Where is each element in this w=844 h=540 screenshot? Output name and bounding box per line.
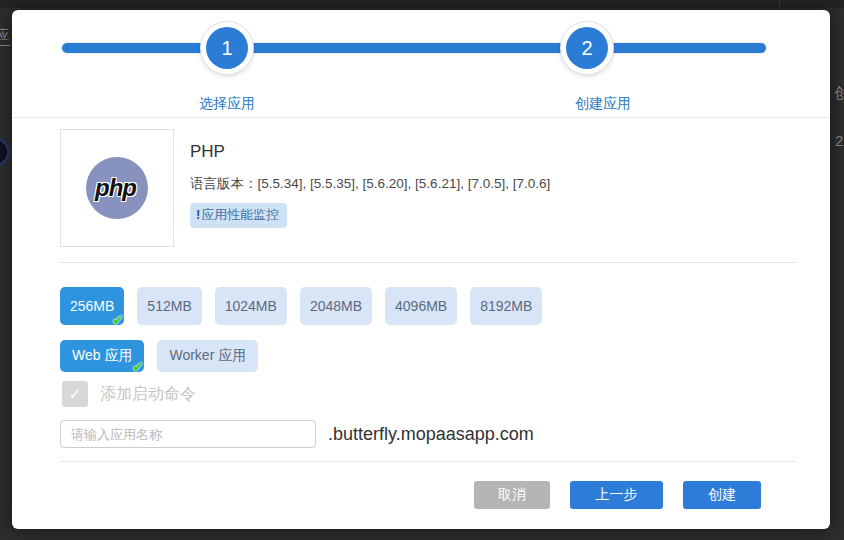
app-type-option-label: Worker 应用 [169, 347, 246, 363]
create-button[interactable]: 创建 [683, 481, 761, 509]
memory-option-button[interactable]: 512MB ✔ [137, 287, 201, 325]
app-versions-list: [5.5.34], [5.5.35], [5.6.20], [5.6.21], … [258, 176, 551, 191]
previous-step-button[interactable]: 上一步 [570, 481, 663, 509]
startup-command-checkbox[interactable]: ✓ [62, 381, 88, 407]
memory-option-button[interactable]: 256MB ✔ [60, 287, 124, 325]
app-name-input[interactable] [60, 420, 316, 448]
memory-option-button[interactable]: 1024MB ✔ [215, 287, 287, 325]
exclamation-icon: ! [196, 207, 200, 222]
step-1-label: 选择应用 [199, 95, 255, 113]
step-2-circle[interactable]: 2 [560, 21, 614, 75]
backdrop-left-text-fragment: 应 [0, 26, 10, 46]
memory-option-label: 512MB [147, 298, 191, 314]
backdrop-logo-fragment [0, 137, 10, 167]
selected-check-icon: ✔ [132, 358, 145, 376]
memory-option-label: 8192MB [480, 298, 532, 314]
step-1-number: 1 [206, 27, 248, 69]
step-2-label: 创建应用 [575, 95, 631, 113]
app-type-option-label: Web 应用 [72, 347, 132, 363]
footer-divider [60, 461, 796, 462]
php-logo-icon: php [86, 157, 148, 219]
memory-option-label: 256MB [70, 298, 114, 314]
app-info: PHP 语言版本：[5.5.34], [5.5.35], [5.6.20], [… [190, 142, 550, 228]
performance-monitor-badge-label: 应用性能监控 [201, 207, 279, 222]
backdrop-right-number-fragment: 2 [835, 132, 843, 149]
backdrop-right-text-fragment: 创 [834, 84, 844, 103]
php-logo-text: php [95, 174, 139, 202]
memory-option-button[interactable]: 4096MB ✔ [385, 287, 457, 325]
stepper-progress-bar [62, 43, 766, 53]
stepper-divider [12, 117, 830, 118]
app-versions-label: 语言版本： [190, 176, 258, 191]
memory-option-row: 256MB ✔ 512MB ✔ 1024MB ✔ 2048MB ✔ 4096MB… [60, 287, 542, 325]
app-type-option-button[interactable]: Web 应用 ✔ [60, 340, 144, 372]
app-type-option-row: Web 应用 ✔ Worker 应用 ✔ [60, 340, 258, 372]
app-name-row: .butterfly.mopaasapp.com [60, 420, 534, 448]
startup-command-label: 添加启动命令 [100, 384, 196, 405]
memory-option-button[interactable]: 2048MB ✔ [300, 287, 372, 325]
memory-option-label: 2048MB [310, 298, 362, 314]
step-1-circle[interactable]: 1 [200, 21, 254, 75]
section-divider [60, 262, 796, 263]
backdrop-top-strip [0, 0, 844, 8]
performance-monitor-badge: !应用性能监控 [190, 203, 287, 228]
memory-option-label: 1024MB [225, 298, 277, 314]
domain-suffix: .butterfly.mopaasapp.com [328, 424, 534, 445]
startup-command-row: ✓ 添加启动命令 [62, 381, 196, 407]
app-type-option-button[interactable]: Worker 应用 ✔ [157, 340, 258, 372]
checkbox-check-icon: ✓ [69, 385, 82, 403]
create-app-modal: 1 2 选择应用 创建应用 php PHP 语言版本：[5.5.34], [5.… [12, 10, 830, 529]
app-versions: 语言版本：[5.5.34], [5.5.35], [5.6.20], [5.6.… [190, 175, 550, 193]
app-title: PHP [190, 142, 550, 162]
app-logo-box: php [60, 129, 174, 247]
memory-option-button[interactable]: 8192MB ✔ [470, 287, 542, 325]
cancel-button[interactable]: 取消 [474, 481, 550, 509]
backdrop-seam [779, 0, 780, 8]
memory-option-label: 4096MB [395, 298, 447, 314]
selected-check-icon: ✔ [112, 311, 125, 329]
step-2-number: 2 [566, 27, 608, 69]
footer-actions: 取消 上一步 创建 [12, 481, 761, 509]
